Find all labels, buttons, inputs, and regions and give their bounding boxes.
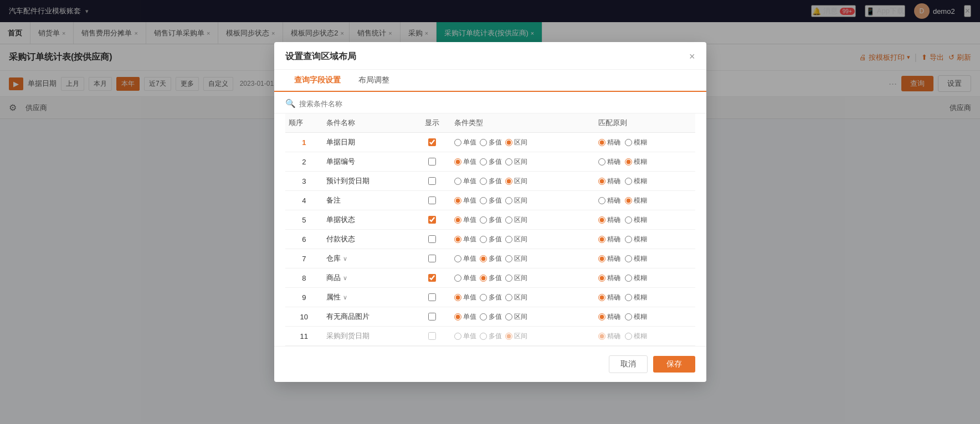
type-multi-label[interactable]: 多值 [480,293,502,302]
type-range-label[interactable]: 区间 [505,312,527,322]
type-range-label[interactable]: 区间 [505,254,527,263]
match-fuzzy-radio[interactable] [625,216,632,224]
match-precise-radio[interactable] [598,313,606,320]
type-single-label[interactable]: 单值 [454,332,476,341]
type-multi-radio[interactable] [480,216,487,224]
match-precise-radio[interactable] [598,275,606,282]
cell-display[interactable] [413,307,451,327]
type-single-label[interactable]: 单值 [454,138,476,147]
match-fuzzy-radio[interactable] [625,313,632,320]
type-single-label[interactable]: 单值 [454,177,476,186]
type-single-label[interactable]: 单值 [454,215,476,225]
type-range-label[interactable]: 区间 [505,273,527,283]
type-multi-radio[interactable] [480,333,487,340]
match-precise-radio[interactable] [598,294,606,301]
type-single-label[interactable]: 单值 [454,196,476,205]
display-checkbox[interactable] [428,313,436,320]
type-multi-label[interactable]: 多值 [480,235,502,244]
type-range-radio[interactable] [505,158,512,166]
type-multi-radio[interactable] [480,178,487,185]
type-multi-radio[interactable] [480,158,487,166]
type-range-label[interactable]: 区间 [505,196,527,205]
cell-display[interactable] [413,133,451,152]
match-fuzzy-label[interactable]: 模糊 [625,312,647,322]
type-multi-radio[interactable] [480,255,487,262]
type-single-radio[interactable] [454,275,461,282]
type-range-radio[interactable] [505,255,512,262]
type-single-radio[interactable] [454,158,461,166]
type-range-radio[interactable] [505,313,512,320]
match-precise-radio[interactable] [598,158,606,166]
display-checkbox[interactable] [428,255,436,262]
type-range-label[interactable]: 区间 [505,138,527,147]
display-checkbox[interactable] [428,274,436,282]
cell-display[interactable] [413,210,451,230]
type-multi-radio[interactable] [480,294,487,301]
match-fuzzy-radio[interactable] [625,275,632,282]
match-fuzzy-radio[interactable] [625,255,632,262]
type-single-radio[interactable] [454,178,461,185]
type-multi-label[interactable]: 多值 [480,157,502,167]
type-multi-label[interactable]: 多值 [480,273,502,283]
type-range-label[interactable]: 区间 [505,332,527,341]
type-single-label[interactable]: 单值 [454,235,476,244]
type-multi-radio[interactable] [480,236,487,243]
cell-display[interactable] [413,230,451,249]
cell-display[interactable] [413,249,451,268]
match-fuzzy-radio[interactable] [625,178,632,185]
type-multi-label[interactable]: 多值 [480,138,502,147]
match-fuzzy-label[interactable]: 模糊 [625,332,647,341]
display-checkbox[interactable] [428,293,436,301]
display-checkbox[interactable] [428,158,436,166]
match-fuzzy-label[interactable]: 模糊 [625,293,647,302]
type-single-label[interactable]: 单值 [454,312,476,322]
match-precise-radio[interactable] [598,236,606,243]
modal-close-button[interactable]: × [689,51,695,63]
match-fuzzy-label[interactable]: 模糊 [625,196,647,205]
type-multi-radio[interactable] [480,313,487,320]
type-multi-label[interactable]: 多值 [480,312,502,322]
type-single-radio[interactable] [454,139,461,146]
type-range-radio[interactable] [505,294,512,301]
type-single-label[interactable]: 单值 [454,273,476,283]
modal-tab-field-settings[interactable]: 查询字段设置 [285,70,350,92]
type-multi-radio[interactable] [480,139,487,146]
type-range-radio[interactable] [505,216,512,224]
match-precise-radio[interactable] [598,139,606,146]
display-checkbox[interactable] [428,197,436,204]
match-precise-label[interactable]: 精确 [598,196,620,205]
type-range-radio[interactable] [505,139,512,146]
type-single-radio[interactable] [454,313,461,320]
match-precise-label[interactable]: 精确 [598,332,620,341]
search-input[interactable] [299,100,421,108]
match-fuzzy-radio[interactable] [625,197,632,204]
match-precise-radio[interactable] [598,216,606,224]
match-precise-label[interactable]: 精确 [598,293,620,302]
match-fuzzy-radio[interactable] [625,139,632,146]
match-fuzzy-label[interactable]: 模糊 [625,215,647,225]
type-single-radio[interactable] [454,216,461,224]
save-button[interactable]: 保存 [653,356,695,373]
type-single-radio[interactable] [454,255,461,262]
match-precise-label[interactable]: 精确 [598,157,620,167]
cell-display[interactable] [413,191,451,210]
match-precise-label[interactable]: 精确 [598,215,620,225]
type-range-label[interactable]: 区间 [505,235,527,244]
type-multi-label[interactable]: 多值 [480,215,502,225]
match-fuzzy-label[interactable]: 模糊 [625,157,647,167]
type-multi-label[interactable]: 多值 [480,254,502,263]
match-fuzzy-radio[interactable] [625,158,632,166]
match-precise-label[interactable]: 精确 [598,235,620,244]
match-fuzzy-label[interactable]: 模糊 [625,138,647,147]
modal-tab-layout[interactable]: 布局调整 [350,70,398,92]
display-checkbox[interactable] [428,138,436,146]
match-fuzzy-label[interactable]: 模糊 [625,177,647,186]
display-checkbox[interactable] [428,332,436,340]
type-single-label[interactable]: 单值 [454,254,476,263]
display-checkbox[interactable] [428,216,436,224]
type-multi-label[interactable]: 多值 [480,332,502,341]
match-fuzzy-label[interactable]: 模糊 [625,273,647,283]
cell-display[interactable] [413,152,451,172]
match-precise-radio[interactable] [598,197,606,204]
cancel-button[interactable]: 取消 [609,355,648,373]
